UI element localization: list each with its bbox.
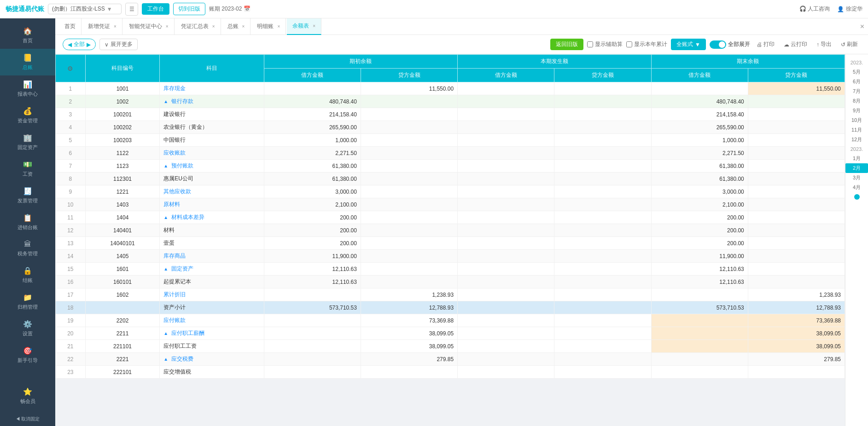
close-voucher-summary[interactable]: × [212, 24, 215, 29]
tab-new-voucher[interactable]: 新增凭证× [82, 18, 122, 35]
table-row: 10 1403 原材料 2,100.00 2,100.00 [56, 198, 845, 211]
month-1[interactable]: 1月 [853, 154, 861, 163]
sidebar-item-close[interactable]: 🔒 结账 [0, 262, 55, 288]
expand-more-button[interactable]: ∨ 展开更多 [99, 39, 138, 50]
fullmode-button[interactable]: 全账式 ▼ [671, 39, 706, 50]
unpin-button[interactable]: ◀ 取消固定 [16, 412, 40, 426]
sidebar-label-guide: 新手引导 [17, 357, 38, 364]
row-code: 1122 [85, 147, 160, 160]
row-name[interactable]: 应付账款 [160, 314, 264, 327]
month-4[interactable]: 4月 [853, 183, 861, 192]
row-occur-debit [458, 121, 554, 134]
sidebar-item-report[interactable]: 📊 报表中心 [0, 75, 55, 102]
close-ledger[interactable]: × [242, 24, 245, 29]
row-name[interactable]: ▲ 预付账款 [160, 160, 264, 173]
consult-link[interactable]: 🎧 人工咨询 [799, 5, 830, 13]
row-begin-credit: 11,550.00 [361, 82, 457, 95]
cloud-print-button[interactable]: ☁ 云打印 [781, 39, 810, 50]
row-name[interactable]: 壹蛋 [160, 237, 264, 250]
sidebar-item-salary[interactable]: 💵 工资 [0, 155, 55, 182]
month-12[interactable]: 12月 [851, 135, 862, 144]
close-all-tabs[interactable]: × [860, 23, 864, 31]
sidebar-item-tax[interactable]: 🏛 税务管理 [0, 236, 55, 262]
row-name[interactable]: 应付职工工资 [160, 340, 264, 353]
sidebar-item-guide[interactable]: 🎯 新手引导 [0, 342, 55, 368]
show-aux-checkbox-label[interactable]: 显示辅助算 [587, 40, 623, 48]
row-name[interactable]: 农业银行（黄金） [160, 121, 264, 134]
month-11[interactable]: 11月 [851, 125, 862, 135]
show-year-checkbox-label[interactable]: 显示本年累计 [626, 40, 667, 48]
table-row: 15 1601 ▲ 固定资产 12,110.63 12,110.63 [56, 263, 845, 276]
month-8[interactable]: 8月 [853, 96, 861, 106]
row-name[interactable]: 材料 [160, 224, 264, 237]
sidebar-item-archive[interactable]: 📁 归档管理 [0, 288, 55, 315]
row-name[interactable]: ▲ 材料成本差异 [160, 211, 264, 224]
row-occur-credit [554, 198, 651, 211]
month-3[interactable]: 3月 [853, 173, 861, 183]
all-filter-button[interactable]: ◀ 全部 ▶ [63, 39, 96, 50]
tab-home[interactable]: 首页 [59, 18, 82, 35]
row-name[interactable]: 应交增值税 [160, 366, 264, 379]
row-name[interactable]: 应收账款 [160, 147, 264, 160]
tab-ledger[interactable]: 总账× [222, 18, 251, 35]
month-10[interactable]: 10月 [851, 115, 862, 125]
close-balance[interactable]: × [313, 23, 315, 29]
month-5[interactable]: 5月 [853, 67, 861, 77]
col-settings-header[interactable]: ⚙ [56, 55, 86, 82]
month-7[interactable]: 7月 [853, 86, 861, 96]
row-name[interactable]: 起提累记本 [160, 276, 264, 288]
row-name[interactable]: ▲ 应付职工薪酬 [160, 327, 264, 340]
sidebar-item-settings[interactable]: ⚙️ 设置 [0, 315, 55, 342]
close-smart-voucher[interactable]: × [166, 24, 169, 29]
tab-detail[interactable]: 明细账× [251, 18, 286, 35]
row-name[interactable]: 库存商品 [160, 250, 264, 263]
close-detail[interactable]: × [277, 24, 280, 29]
row-end-credit [748, 250, 845, 263]
row-name[interactable]: 中国银行 [160, 134, 264, 147]
row-name[interactable]: 库存现金 [160, 82, 264, 95]
row-code: 1123 [85, 160, 160, 173]
settings-gear-icon[interactable]: ⚙ [67, 65, 73, 72]
row-name[interactable]: 累计折旧 [160, 288, 264, 301]
row-end-credit: 1,238.93 [748, 288, 845, 301]
tab-voucher-summary[interactable]: 凭证汇总表× [175, 18, 221, 35]
row-name[interactable]: 建设银行 [160, 108, 264, 121]
expand-all-toggle-switch[interactable] [710, 40, 726, 49]
row-name[interactable]: 其他应收款 [160, 185, 264, 198]
expand-all-toggle[interactable]: 全部展开 [710, 40, 750, 49]
row-begin-credit [361, 173, 457, 185]
show-aux-checkbox[interactable] [587, 41, 593, 47]
export-button[interactable]: ↑ 导出 [814, 39, 834, 50]
sidebar-item-member[interactable]: ⭐ 畅会员 [0, 383, 55, 412]
row-name[interactable]: ▲ 银行存款 [160, 95, 264, 108]
sidebar-item-ledger[interactable]: 📒 总账 [0, 49, 55, 75]
row-end-credit [748, 276, 845, 288]
company-icon-btn[interactable]: ☰ [125, 3, 138, 16]
switch-version-button[interactable]: 切到旧版 [173, 3, 205, 15]
workbench-button[interactable]: 工作台 [142, 3, 169, 15]
sidebar-item-invoice[interactable]: 🧾 发票管理 [0, 182, 55, 209]
row-name[interactable]: 原材料 [160, 198, 264, 211]
sidebar-item-fixed-asset[interactable]: 🏢 固定资产 [0, 129, 55, 155]
row-name-label: 惠属EU公司 [163, 175, 193, 182]
sidebar-item-home[interactable]: 🏠 首页 [0, 22, 55, 49]
row-name[interactable]: 惠属EU公司 [160, 173, 264, 185]
row-end-credit [748, 173, 845, 185]
print-button[interactable]: 🖨 打印 [754, 39, 777, 50]
row-name[interactable]: ▲ 固定资产 [160, 263, 264, 276]
return-old-version-button[interactable]: 返回旧版 [550, 39, 583, 50]
month-6[interactable]: 6月 [853, 77, 861, 86]
tab-balance[interactable]: 余额表× [287, 18, 321, 35]
row-name-label: 应收账款 [163, 150, 186, 156]
show-year-checkbox[interactable] [626, 41, 632, 47]
month-2[interactable]: 2月 [845, 163, 868, 173]
sidebar-item-purchase[interactable]: 📋 进销台账 [0, 209, 55, 236]
sidebar-item-asset-mgmt[interactable]: 💰 资金管理 [0, 102, 55, 129]
company-selector[interactable]: (勿删）江西股业-LSS ▼ [48, 4, 122, 14]
tab-smart-voucher[interactable]: 智能凭证中心× [123, 18, 175, 35]
guide-icon: 🎯 [23, 346, 32, 355]
close-new-voucher[interactable]: × [114, 24, 117, 29]
row-name[interactable]: ▲ 应交税费 [160, 353, 264, 366]
month-9[interactable]: 9月 [853, 106, 861, 115]
refresh-button[interactable]: ↺ 刷新 [838, 39, 861, 50]
